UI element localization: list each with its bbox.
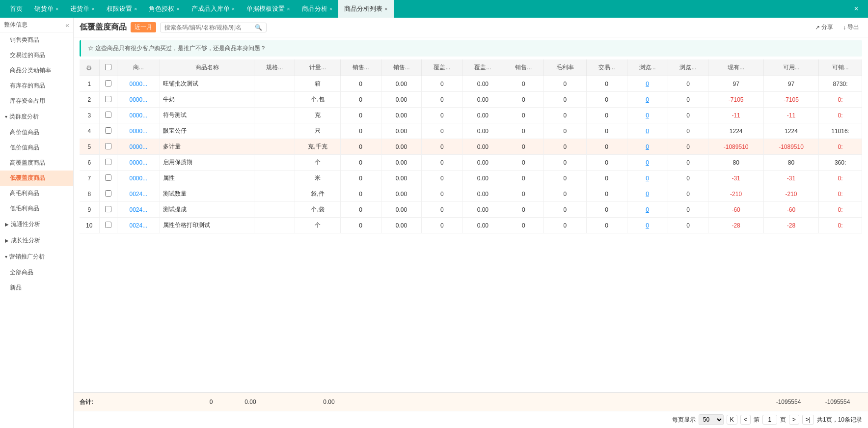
row-browse-a[interactable]: 0 [627,76,668,92]
sidebar-item-high-value[interactable]: 高价值商品 [0,125,73,140]
col-check[interactable] [99,59,117,76]
col-spec[interactable]: 规格... [254,59,295,76]
row-checkbox[interactable] [105,174,111,181]
row-checkbox[interactable] [105,96,111,102]
row-checkbox-cell[interactable] [99,155,117,171]
nav-template-settings-close[interactable]: × [287,6,290,12]
table-container[interactable]: ⚙ 商... 商品名称 规格... 计量... 销售... 销售... 覆盖..… [74,59,868,392]
sidebar-item-low-value[interactable]: 低价值商品 [0,140,73,155]
sidebar-item-sales-products[interactable]: 销售类商品 [0,32,73,48]
nav-purchase-close[interactable]: × [91,6,94,12]
nav-template-settings[interactable]: 单据模板设置 × [241,0,296,18]
nav-roles[interactable]: 角色授权 × [143,0,185,18]
sidebar-item-traded-products[interactable]: 交易过的商品 [0,48,73,63]
row-checkbox-cell[interactable] [99,171,117,186]
col-cover-b[interactable]: 覆盖... [462,59,503,76]
row-sellable: 8730: [819,76,862,92]
col-available[interactable]: 可用... [763,59,818,76]
sidebar-group-growth-header[interactable]: ▶ 成长性分析 [0,232,73,249]
nav-product-analysis[interactable]: 商品分析 × [296,0,338,18]
sidebar-item-stocked-products[interactable]: 有库存的商品 [0,78,73,93]
col-sellable[interactable]: 可销... [819,59,862,76]
nav-permissions-close[interactable]: × [134,6,137,12]
nav-product-analysis-list[interactable]: 商品分析列表 × [338,0,393,18]
col-sales-amt[interactable]: 销售... [381,59,422,76]
select-all-checkbox[interactable] [105,64,111,70]
row-browse-a[interactable]: 0 [627,202,668,218]
nav-sales-close[interactable]: × [55,6,58,12]
sidebar-item-low-coverage[interactable]: 低覆盖度商品 [0,171,73,186]
nav-finished-goods-close[interactable]: × [232,6,235,12]
window-close-button[interactable]: × [848,0,864,18]
sidebar-collapse-btn[interactable]: « [65,21,69,29]
nav-permissions[interactable]: 权限设置 × [101,0,143,18]
col-browse-b[interactable]: 浏览... [668,59,708,76]
row-checkbox[interactable] [105,222,111,228]
col-current-stock[interactable]: 现有... [708,59,763,76]
row-checkbox[interactable] [105,127,111,134]
row-checkbox-cell[interactable] [99,92,117,108]
col-name[interactable]: 商品名称 [160,59,254,76]
row-checkbox-cell[interactable] [99,123,117,139]
sidebar-item-low-margin[interactable]: 低毛利商品 [0,201,73,216]
sidebar-group-marketing-header[interactable]: ▾ 营销推广分析 [0,249,73,265]
settings-icon[interactable]: ⚙ [86,64,92,72]
col-settings[interactable]: ⚙ [80,59,99,76]
nav-home[interactable]: 首页 [4,0,28,18]
sidebar-item-all-products[interactable]: 全部商品 [0,265,73,280]
row-browse-a[interactable]: 0 [627,108,668,123]
search-input[interactable] [164,24,253,31]
col-gross-rate[interactable]: 毛利率 [544,59,586,76]
sidebar-item-high-margin[interactable]: 高毛利商品 [0,186,73,201]
page-size-select[interactable]: 50 100 200 [699,414,724,425]
prev-page-button[interactable]: < [740,415,751,425]
sidebar-item-category-rate[interactable]: 商品分类动销率 [0,63,73,78]
row-checkbox[interactable] [105,80,111,86]
row-checkbox-cell[interactable] [99,186,117,202]
col-sales-c[interactable]: 销售... [503,59,544,76]
row-checkbox[interactable] [105,159,111,165]
row-browse-a[interactable]: 0 [627,92,668,108]
row-browse-a[interactable]: 0 [627,186,668,202]
sidebar-item-inventory-capital[interactable]: 库存资金占用 [0,93,73,109]
row-browse-a[interactable]: 0 [627,218,668,233]
row-browse-a[interactable]: 0 [627,171,668,186]
row-unit: 袋,件 [295,186,340,202]
nav-finished-goods[interactable]: 产成品入库单 × [186,0,241,18]
sidebar-item-high-coverage[interactable]: 高覆盖度商品 [0,155,73,171]
row-browse-a[interactable]: 0 [627,155,668,171]
nav-sales[interactable]: 销货单 × [28,0,64,18]
time-filter-button[interactable]: 近一月 [131,22,156,32]
next-page-button[interactable]: > [789,415,799,425]
first-page-button[interactable]: K [727,415,737,425]
row-checkbox-cell[interactable] [99,108,117,123]
nav-roles-close[interactable]: × [176,6,179,12]
nav-product-analysis-list-close[interactable]: × [384,6,387,12]
last-page-button[interactable]: >| [802,415,814,425]
row-checkbox-cell[interactable] [99,218,117,233]
sidebar-group-circulation-header[interactable]: ▶ 流通性分析 [0,216,73,232]
search-icon[interactable]: 🔍 [255,24,262,31]
sidebar-group-cluster-header[interactable]: ▾ 类群度分析 [0,109,73,125]
row-browse-a[interactable]: 0 [627,123,668,139]
nav-purchase[interactable]: 进货单 × [64,0,100,18]
sidebar-item-new-products[interactable]: 新品 [0,280,73,295]
share-button[interactable]: ↗ 分享 [812,22,836,33]
row-browse-a[interactable]: 0 [627,139,668,155]
col-trade[interactable]: 交易... [586,59,627,76]
row-checkbox[interactable] [105,190,111,197]
col-sales-qty[interactable]: 销售... [340,59,381,76]
row-checkbox-cell[interactable] [99,76,117,92]
current-page-input[interactable] [762,415,777,425]
export-button[interactable]: ↓ 导出 [840,22,862,33]
row-checkbox[interactable] [105,206,111,212]
col-cover-a[interactable]: 覆盖... [422,59,462,76]
col-unit[interactable]: 计量... [295,59,340,76]
nav-product-analysis-close[interactable]: × [329,6,332,12]
row-checkbox-cell[interactable] [99,202,117,218]
col-browse-a[interactable]: 浏览... [627,59,668,76]
row-checkbox[interactable] [105,143,111,149]
row-checkbox[interactable] [105,112,111,118]
col-sku-code[interactable]: 商... [117,59,160,76]
row-checkbox-cell[interactable] [99,139,117,155]
